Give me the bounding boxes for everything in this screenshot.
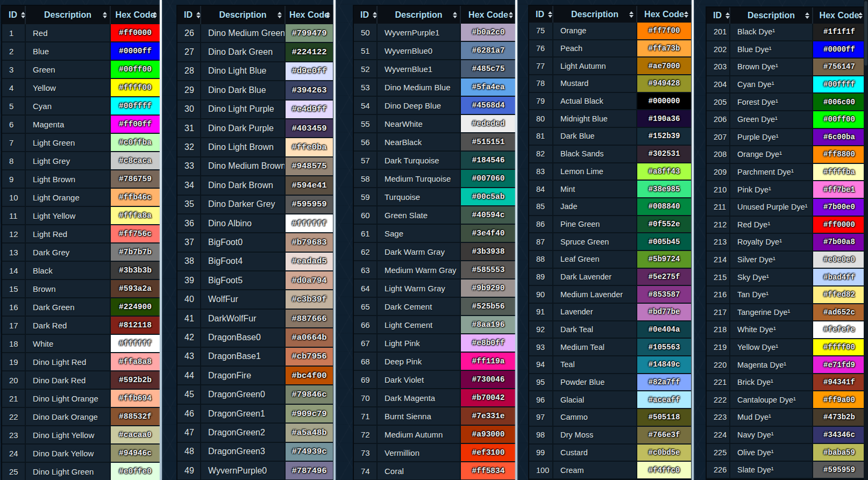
sort-icon[interactable] <box>326 12 330 18</box>
sort-icon[interactable] <box>509 12 513 18</box>
table-row: 59Turquoise#00c5ab <box>354 188 516 206</box>
scrollbar[interactable] <box>333 0 336 480</box>
table-row: 8Light Grey#c8caca <box>2 152 160 170</box>
hex-code-swatch: #525b56 <box>461 298 516 316</box>
color-table: ID Description Hex Code 201Black Dye¹#1f… <box>706 6 866 480</box>
sort-icon[interactable] <box>548 11 552 18</box>
column-header-id[interactable]: ID <box>707 8 730 24</box>
column-header-id[interactable]: ID <box>354 6 378 24</box>
color-id-cell: 205 <box>707 94 730 111</box>
color-description-cell: Tangerine Dye¹ <box>730 304 813 322</box>
color-description-cell: DragonGreen0 <box>201 385 286 404</box>
table-row: 9Light Brown#786759 <box>2 170 160 189</box>
column-header-hex-label: Hex Code <box>116 10 155 20</box>
table-row: 7Light Green#c0ffba <box>2 134 160 152</box>
color-id-cell: 215 <box>707 269 730 286</box>
color-table: ID Description Hex Code 50WyvernPurple1#… <box>353 5 517 480</box>
hex-code-swatch: #e0ffe0 <box>111 463 160 480</box>
column-header-description[interactable]: Description <box>553 6 637 23</box>
sort-icon[interactable] <box>805 12 809 19</box>
sort-icon[interactable] <box>629 11 634 18</box>
table-row: 41DarkWolfFur#887666 <box>177 310 333 328</box>
scrollbar[interactable] <box>515 0 517 480</box>
table-row: 35Dino Darker Grey#595959 <box>177 196 333 214</box>
column-header-id-label: ID <box>536 10 544 19</box>
color-id-cell: 208 <box>707 146 730 164</box>
color-description-cell: Cyan <box>26 97 111 116</box>
scrollbar[interactable] <box>864 0 868 480</box>
column-header-id-label: ID <box>713 11 722 20</box>
sort-icon[interactable] <box>684 11 688 18</box>
color-id-cell: 42 <box>177 328 201 347</box>
table-row: 98Dry Moss#766e3f <box>529 427 691 445</box>
color-description-cell: DragonBase1 <box>201 348 286 367</box>
hex-code-swatch: #94341f <box>813 374 865 392</box>
hex-code-swatch: #887666 <box>286 310 333 328</box>
scrollbar[interactable] <box>160 0 162 480</box>
column-header-hex[interactable]: Hex Code <box>286 6 333 24</box>
sort-icon[interactable] <box>373 12 377 18</box>
column-header-hex[interactable]: Hex Code <box>111 6 160 24</box>
table-row: 15Brown#593a2a <box>2 280 160 298</box>
hex-code-swatch: #ff7be1 <box>813 181 865 199</box>
hex-code-swatch: #5fa4ea <box>461 78 516 97</box>
sort-icon[interactable] <box>858 12 863 19</box>
color-description-cell: Navy Dye¹ <box>730 427 813 445</box>
table-row: 215Sky Dye¹#bad4ff <box>707 269 865 286</box>
column-header-hex-label: Hex Code <box>820 11 859 20</box>
color-id-cell: 211 <box>707 199 730 217</box>
table-row: 204Cyan Dye¹#00ffff <box>707 76 865 94</box>
column-header-hex[interactable]: Hex Code <box>461 6 516 24</box>
sort-icon[interactable] <box>196 12 201 18</box>
table-row: 33Dino Medium Brown#948575 <box>177 157 333 176</box>
color-description-cell: Dino Dark Yellow <box>26 445 111 463</box>
color-description-cell: Coral <box>378 462 461 480</box>
hex-code-swatch: #34346c <box>813 427 865 445</box>
color-description-cell: Mustard <box>553 75 637 93</box>
table-row: 76Peach#ffa73b <box>529 40 691 58</box>
color-description-cell: Actual Black <box>553 93 637 111</box>
column-header-description[interactable]: Description <box>201 6 286 24</box>
scrollbar[interactable] <box>692 0 694 480</box>
column-header-description-label: Description <box>219 10 266 20</box>
color-id-cell: 8 <box>2 152 26 170</box>
color-id-cell: 80 <box>529 110 553 128</box>
column-header-hex[interactable]: Hex Code <box>637 6 691 23</box>
color-description-cell: Dino Light Brown <box>201 138 286 157</box>
sort-icon[interactable] <box>278 12 282 18</box>
color-id-cell: 83 <box>529 163 553 181</box>
sort-icon[interactable] <box>153 12 157 18</box>
column-header-description[interactable]: Description <box>26 6 111 24</box>
column-header-description[interactable]: Description <box>730 8 813 24</box>
table-row: 60Green Slate#40594c <box>354 206 516 225</box>
color-id-cell: 74 <box>354 462 378 480</box>
color-id-cell: 23 <box>2 426 26 445</box>
color-id-cell: 6 <box>2 116 26 134</box>
table-row: 1Red#ff0000 <box>2 24 160 42</box>
color-id-cell: 43 <box>177 348 201 367</box>
hex-code-swatch: #74939c <box>286 443 333 462</box>
hex-code-swatch: #d9e0ff <box>286 62 333 81</box>
table-row: 207Purple Dye¹#6c00ba <box>707 129 865 147</box>
column-header-description[interactable]: Description <box>378 6 461 24</box>
sort-icon[interactable] <box>453 12 457 18</box>
color-description-cell: Burnt Sienna <box>378 407 461 426</box>
sort-icon[interactable] <box>21 12 25 18</box>
table-row: 30Dino Light Purple#e4d9ff <box>177 101 333 119</box>
hex-code-swatch: #592b2b <box>111 371 160 390</box>
sort-icon[interactable] <box>725 12 730 19</box>
hex-code-swatch: #ff119a <box>461 353 516 371</box>
hex-code-swatch: #ae7000 <box>637 58 691 75</box>
hex-code-swatch: #853587 <box>637 286 691 304</box>
column-header-id[interactable]: ID <box>529 6 553 23</box>
column-header-hex[interactable]: Hex Code <box>813 8 865 24</box>
color-description-cell: Light Yellow <box>26 207 111 225</box>
color-id-cell: 84 <box>529 181 553 198</box>
color-id-cell: 10 <box>2 189 26 207</box>
table-row: 62Dark Warm Gray#3b3938 <box>354 243 516 261</box>
column-header-id[interactable]: ID <box>177 6 201 24</box>
sort-icon[interactable] <box>103 12 107 18</box>
column-header-description-label: Description <box>395 10 442 20</box>
table-row: 47DragonGreen2#a5a48b <box>177 424 333 442</box>
column-header-id[interactable]: ID <box>2 6 26 24</box>
